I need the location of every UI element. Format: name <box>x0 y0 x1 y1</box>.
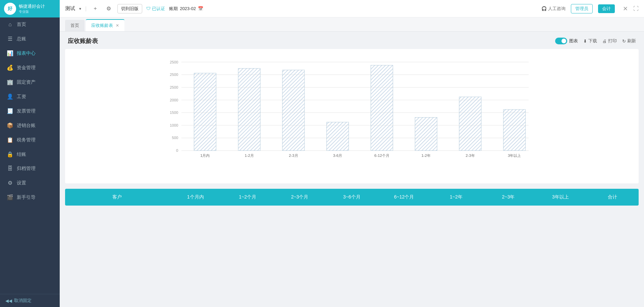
window-close-icon[interactable]: ✕ <box>623 5 628 12</box>
svg-text:500: 500 <box>172 136 178 140</box>
window-expand-icon[interactable]: ⛶ <box>633 6 639 12</box>
svg-text:1000: 1000 <box>170 123 178 127</box>
sidebar-item-reports[interactable]: 📊 报表中心 <box>0 46 60 60</box>
svg-text:1-2月: 1-2月 <box>245 154 254 158</box>
sidebar-nav: ⌂ 首页 ☰ 总账 📊 报表中心 💰 资金管理 🏢 固定资产 👤 工资 🧾 发票… <box>0 17 60 294</box>
reports-icon: 📊 <box>7 50 13 56</box>
sidebar-item-tax[interactable]: 📋 税务管理 <box>0 133 60 147</box>
settings-icon: ⚙ <box>7 180 13 186</box>
svg-rect-21 <box>282 70 305 150</box>
pin-icon: ◀◀ <box>5 298 12 303</box>
refresh-label: 刷新 <box>627 38 636 44</box>
table-header-合计: 合计 <box>587 189 639 206</box>
table-section: 客户1个月内1~2个月2~3个月3~6个月6~12个月1~2年2~3年3年以上合… <box>65 189 639 206</box>
table-header-12: 1~2个月 <box>221 189 273 206</box>
add-button[interactable]: ＋ <box>91 4 100 13</box>
sidebar-label-invoice: 发票管理 <box>17 108 36 114</box>
sidebar-label-close: 结账 <box>17 151 26 158</box>
table-header-612: 6~12个月 <box>378 189 430 206</box>
chart-section: 2500 2500 2500 2000 1500 1000 500 0 <box>65 49 639 183</box>
print-button[interactable]: 🖨 打印 <box>602 38 617 44</box>
logo-icon: 好 <box>4 3 16 15</box>
sidebar-label-home: 首页 <box>17 21 26 28</box>
svg-text:6-12个月: 6-12个月 <box>374 154 389 158</box>
table-header-3: 3年以上 <box>534 189 586 206</box>
svg-text:1-2年: 1-2年 <box>422 154 431 158</box>
download-icon: ⬇ <box>583 39 587 44</box>
certified-badge: 🛡 已认证 <box>146 6 165 12</box>
sidebar-label-archive: 归档管理 <box>17 166 36 172</box>
sidebar-item-close[interactable]: 🔒 结账 <box>0 147 60 162</box>
home-icon: ⌂ <box>7 21 13 28</box>
svg-text:2500: 2500 <box>170 60 178 64</box>
switch-old-version-button[interactable]: 切到旧版 <box>117 4 142 13</box>
svg-text:2500: 2500 <box>170 73 178 77</box>
tab-aging[interactable]: 应收账龄表 ✕ <box>86 19 124 31</box>
period-info: 账期 2023-02 📅 <box>169 6 203 12</box>
sidebar-cancel-fixed[interactable]: ◀◀ 取消固定 <box>0 294 60 307</box>
svg-text:2-3年: 2-3年 <box>466 154 475 158</box>
accountant-button[interactable]: 会计 <box>598 4 615 13</box>
sidebar-item-home[interactable]: ⌂ 首页 <box>0 17 60 32</box>
table-header-客户: 客户 <box>65 189 169 206</box>
topbar: 测试 ▾ | ＋ ⚙ 切到旧版 🛡 已认证 账期 2023-02 📅 🎧 人工咨… <box>60 0 644 17</box>
svg-rect-23 <box>327 122 349 151</box>
refresh-icon: ↻ <box>622 39 626 44</box>
wages-icon: 👤 <box>7 93 13 100</box>
svg-rect-17 <box>194 73 216 151</box>
app-edition: 专业版 <box>19 9 45 14</box>
ledger-icon: ☰ <box>7 36 13 42</box>
tab-aging-close-icon[interactable]: ✕ <box>116 23 119 28</box>
sidebar-item-guide[interactable]: 🎬 新手引导 <box>0 190 60 205</box>
tab-home[interactable]: 首页 <box>65 20 85 31</box>
chart-toggle[interactable]: 图表 <box>555 38 578 44</box>
shield-icon: 🛡 <box>146 6 151 11</box>
sidebar-item-assets[interactable]: 🏢 固定资产 <box>0 75 60 89</box>
workspace-title: 测试 <box>65 5 75 12</box>
table-header-12: 1~2年 <box>430 189 482 206</box>
inventory-icon: 📦 <box>7 122 13 129</box>
sidebar-logo: 好 畅捷通好会计 专业版 <box>0 0 60 17</box>
chart-toggle-switch[interactable] <box>555 38 567 44</box>
table-header-23: 2~3年 <box>482 189 534 206</box>
funds-icon: 💰 <box>7 64 13 71</box>
sidebar-item-inventory[interactable]: 📦 进销台账 <box>0 118 60 133</box>
sidebar-label-guide: 新手引导 <box>17 194 36 201</box>
print-label: 打印 <box>608 38 617 44</box>
topbar-right: 🎧 人工咨询 管理员 会计 ✕ ⛶ <box>541 4 639 13</box>
archive-icon: 🗄 <box>7 166 13 172</box>
settings-icon[interactable]: ⚙ <box>104 4 113 13</box>
headphone-icon: 🎧 <box>541 6 547 11</box>
sidebar-item-invoice[interactable]: 🧾 发票管理 <box>0 104 60 118</box>
tab-home-label: 首页 <box>70 23 79 29</box>
svg-rect-25 <box>371 65 393 150</box>
sidebar-label-funds: 资金管理 <box>17 65 36 71</box>
svg-text:2000: 2000 <box>170 98 178 102</box>
workspace-dropdown[interactable]: ▾ <box>79 6 81 11</box>
download-label: 下载 <box>588 38 597 44</box>
svg-text:3-6月: 3-6月 <box>333 154 342 158</box>
print-icon: 🖨 <box>602 39 607 44</box>
sidebar-item-settings[interactable]: ⚙ 设置 <box>0 176 60 190</box>
cancel-fixed-label: 取消固定 <box>14 298 32 304</box>
tax-icon: 📋 <box>7 137 13 143</box>
calendar-icon[interactable]: 📅 <box>198 6 203 11</box>
table-header-23: 2~3个月 <box>274 189 326 206</box>
download-button[interactable]: ⬇ 下载 <box>583 38 597 44</box>
refresh-button[interactable]: ↻ 刷新 <box>622 38 636 44</box>
period-text-label: 账期 <box>169 6 178 12</box>
manager-button[interactable]: 管理员 <box>571 4 593 13</box>
sidebar-label-ledger: 总账 <box>17 36 26 42</box>
service-button[interactable]: 🎧 人工咨询 <box>541 6 566 12</box>
sidebar-label-assets: 固定资产 <box>17 79 36 85</box>
sidebar-item-wages[interactable]: 👤 工资 <box>0 89 60 104</box>
main-area: 测试 ▾ | ＋ ⚙ 切到旧版 🛡 已认证 账期 2023-02 📅 🎧 人工咨… <box>60 0 644 307</box>
app-name: 畅捷通好会计 <box>19 4 45 9</box>
invoice-icon: 🧾 <box>7 108 13 114</box>
period-value: 2023-02 <box>180 6 196 11</box>
svg-text:1500: 1500 <box>170 111 178 115</box>
sidebar-item-funds[interactable]: 💰 资金管理 <box>0 60 60 75</box>
sidebar-item-archive[interactable]: 🗄 归档管理 <box>0 162 60 176</box>
sidebar-item-ledger[interactable]: ☰ 总账 <box>0 32 60 46</box>
sidebar-label-inventory: 进销台账 <box>17 123 36 129</box>
